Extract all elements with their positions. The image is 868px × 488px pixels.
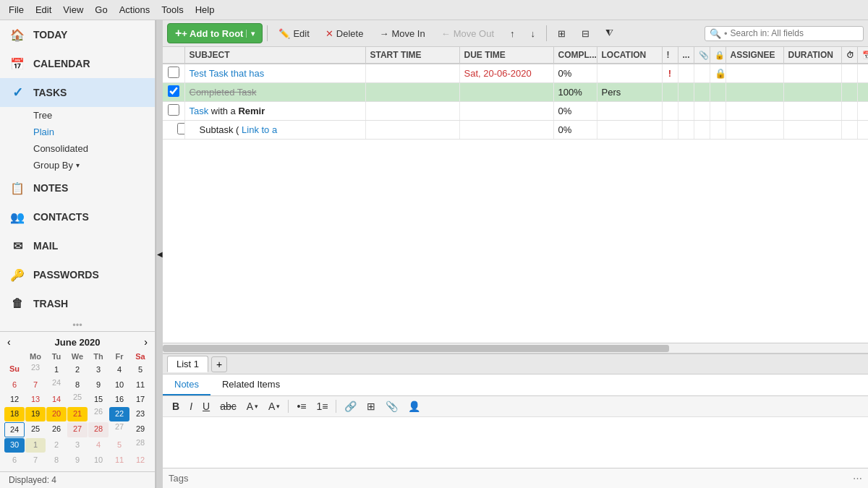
col-header-attach[interactable]: 📎 bbox=[694, 47, 710, 64]
cal-day-22[interactable]: 22 bbox=[109, 407, 129, 421]
cal-day-4[interactable]: 4 bbox=[109, 363, 129, 377]
task-subject-link-3[interactable]: Task bbox=[190, 106, 209, 116]
cal-day-21[interactable]: 21 bbox=[67, 407, 88, 421]
format-table-button[interactable]: ⊞ bbox=[363, 399, 379, 414]
sidebar-item-notes[interactable]: 📋 NOTES bbox=[0, 174, 155, 202]
menu-help[interactable]: Help bbox=[190, 3, 221, 17]
cal-day-20[interactable]: 20 bbox=[46, 407, 67, 421]
edit-button[interactable]: ✏️ Edit bbox=[272, 25, 315, 42]
format-italic-button[interactable]: I bbox=[186, 399, 196, 414]
cal-day-19[interactable]: 19 bbox=[25, 407, 46, 421]
menu-actions[interactable]: Actions bbox=[114, 3, 156, 17]
detail-tab-notes[interactable]: Notes bbox=[163, 374, 210, 395]
filter-button[interactable]: ⧨ bbox=[599, 25, 620, 42]
sidebar-item-trash[interactable]: 🗑 TRASH bbox=[0, 289, 155, 318]
col-header-dots[interactable]: ... bbox=[678, 47, 694, 64]
sidebar-collapse-dots[interactable]: ••• bbox=[0, 318, 155, 331]
add-to-root-button[interactable]: + + Add to Root ▾ bbox=[167, 23, 263, 43]
row4-subject[interactable]: Subtask ( Link to a bbox=[184, 121, 365, 140]
cal-day-14[interactable]: 14 bbox=[46, 393, 67, 406]
row4-cb[interactable] bbox=[163, 121, 184, 140]
col-header-location[interactable]: LOCATION bbox=[597, 47, 662, 64]
move-in-button[interactable]: → Move In bbox=[373, 25, 431, 42]
cal-day-12[interactable]: 12 bbox=[4, 393, 25, 406]
cal-day-jul10[interactable]: 10 bbox=[88, 453, 109, 467]
sidebar-item-tasks[interactable]: ✓ TASKS bbox=[0, 78, 155, 107]
col-header-lock[interactable]: 🔒 bbox=[710, 47, 726, 64]
detail-content[interactable] bbox=[163, 417, 868, 468]
col-header-compl[interactable]: COMPL... bbox=[553, 47, 597, 64]
row2-subject[interactable]: Completed Task bbox=[184, 83, 365, 102]
menu-tools[interactable]: Tools bbox=[156, 3, 189, 17]
task-subject-link-1[interactable]: Test Task that has bbox=[190, 68, 265, 79]
col-header-duration[interactable]: DURATION bbox=[783, 47, 841, 64]
format-font-color-button[interactable]: A ▾ bbox=[243, 399, 262, 414]
sidebar-item-mail[interactable]: ✉ MAIL bbox=[0, 231, 155, 260]
cal-day-5[interactable]: 5 bbox=[130, 363, 150, 377]
list-tab-1[interactable]: List 1 bbox=[167, 356, 208, 372]
col-header-priority[interactable]: ! bbox=[662, 47, 678, 64]
move-up-button[interactable]: ↑ bbox=[503, 25, 522, 42]
cal-day-3[interactable]: 3 bbox=[88, 363, 109, 377]
task-subject-link-4[interactable]: Link to a bbox=[242, 124, 277, 135]
cal-day-16[interactable]: 16 bbox=[109, 393, 129, 406]
task-checkbox-4[interactable] bbox=[177, 123, 184, 134]
col-header-cal[interactable]: 📅 bbox=[857, 47, 868, 64]
cal-day-jul4[interactable]: 4 bbox=[88, 438, 109, 452]
sidebar-item-contacts[interactable]: 👥 CONTACTS bbox=[0, 202, 155, 231]
scroll-thumb[interactable] bbox=[163, 345, 669, 352]
cal-day-11[interactable]: 11 bbox=[130, 378, 150, 392]
cal-day-17[interactable]: 17 bbox=[130, 393, 150, 406]
sidebar-sub-consolidated[interactable]: Consolidated bbox=[0, 140, 155, 157]
cal-day-18[interactable]: 18 bbox=[4, 407, 25, 421]
cal-day-13[interactable]: 13 bbox=[25, 393, 46, 406]
cal-day-23[interactable]: 23 bbox=[130, 407, 150, 421]
cal-day-10[interactable]: 10 bbox=[109, 378, 129, 392]
col-header-due[interactable]: DUE TIME bbox=[459, 47, 553, 64]
format-numlist-button[interactable]: 1≡ bbox=[312, 399, 331, 414]
cal-day-9[interactable]: 9 bbox=[88, 378, 109, 392]
search-input[interactable] bbox=[731, 28, 859, 38]
tags-more-button[interactable]: ⋯ bbox=[853, 473, 862, 484]
cal-day-jul8[interactable]: 8 bbox=[46, 453, 67, 467]
cal-day-15[interactable]: 15 bbox=[88, 393, 109, 406]
cal-day-jul2[interactable]: 2 bbox=[46, 438, 67, 452]
col-header-start[interactable]: START TIME bbox=[365, 47, 459, 64]
cal-day-7[interactable]: 7 bbox=[25, 378, 46, 392]
view-list-button[interactable]: ⊞ bbox=[551, 25, 572, 42]
row1-cb[interactable] bbox=[163, 64, 184, 83]
row3-subject[interactable]: Task with a Remir bbox=[184, 102, 365, 121]
cal-day-27[interactable]: 27 bbox=[67, 422, 88, 437]
cal-day-29[interactable]: 29 bbox=[130, 422, 150, 437]
cal-prev-button[interactable]: ‹ bbox=[4, 336, 14, 348]
cal-day-jul12[interactable]: 12 bbox=[130, 453, 150, 467]
cal-day-2[interactable]: 2 bbox=[67, 363, 88, 377]
cal-day-jul7[interactable]: 7 bbox=[25, 453, 46, 467]
menu-go[interactable]: Go bbox=[89, 3, 113, 17]
sidebar-item-passwords[interactable]: 🔑 PASSWORDS bbox=[0, 260, 155, 289]
sidebar-sub-tree[interactable]: Tree bbox=[0, 107, 155, 124]
format-highlight-button[interactable]: A ▾ bbox=[265, 399, 284, 414]
format-contact-button[interactable]: 👤 bbox=[404, 399, 424, 414]
delete-button[interactable]: ✕ Delete bbox=[319, 25, 370, 42]
cal-day-jul5[interactable]: 5 bbox=[109, 438, 129, 452]
cal-day-30[interactable]: 30 bbox=[4, 438, 25, 452]
format-strikethrough-button[interactable]: abc bbox=[216, 399, 240, 414]
task-checkbox-2[interactable] bbox=[168, 85, 179, 97]
move-out-button[interactable]: ← Move Out bbox=[435, 25, 501, 42]
cal-day-28[interactable]: 28 bbox=[88, 422, 109, 437]
cal-next-button[interactable]: › bbox=[141, 336, 150, 348]
cal-day-jul11[interactable]: 11 bbox=[109, 453, 129, 467]
col-header-assignee[interactable]: ASSIGNEE bbox=[726, 47, 783, 64]
cal-day-jul9[interactable]: 9 bbox=[67, 453, 88, 467]
menu-file[interactable]: File bbox=[3, 3, 30, 17]
cal-day-1[interactable]: 1 bbox=[46, 363, 67, 377]
cal-day-6[interactable]: 6 bbox=[4, 378, 25, 392]
cal-day-jul6[interactable]: 6 bbox=[4, 453, 25, 467]
format-link-button[interactable]: 🔗 bbox=[341, 399, 360, 414]
cal-day-25[interactable]: 25 bbox=[25, 422, 46, 437]
cal-day-jul3[interactable]: 3 bbox=[67, 438, 88, 452]
row3-cb[interactable] bbox=[163, 102, 184, 121]
menu-view[interactable]: View bbox=[57, 3, 89, 17]
task-checkbox-1[interactable] bbox=[168, 67, 179, 78]
